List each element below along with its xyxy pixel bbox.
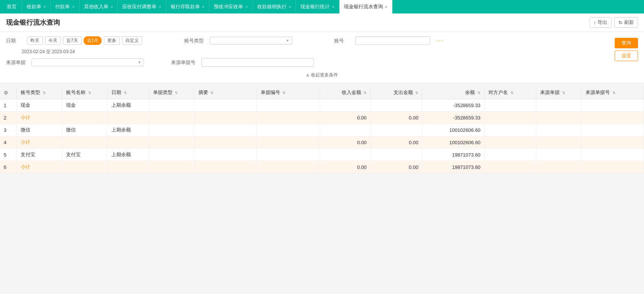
cell-account-name — [62, 112, 108, 124]
cell-account-type: 微信 — [17, 124, 62, 136]
collapse-bar[interactable]: ∧ 收起更多条件 — [6, 70, 638, 78]
cell-income: 0.00 — [319, 112, 371, 124]
col-gear[interactable]: ⚙ — [0, 86, 17, 99]
col-doc-type[interactable]: 单据类型 ⇅ — [149, 86, 194, 99]
date-btn-custom[interactable]: 自定义 — [122, 36, 142, 45]
cell-account-type: 现金 — [17, 99, 62, 112]
col-party[interactable]: 对方户名 ⇅ — [485, 86, 536, 99]
close-tab-4[interactable]: × — [202, 4, 204, 9]
cell-expense: 0.00 — [371, 112, 422, 124]
export-icon: ↑ — [594, 20, 596, 25]
nav-tab-2[interactable]: 其他收入单 × — [80, 0, 118, 13]
cell-balance: 100102606.60 — [422, 136, 485, 149]
close-tab-3[interactable]: × — [159, 4, 161, 9]
cell-src-doc — [536, 124, 582, 136]
close-tab-0[interactable]: × — [44, 4, 46, 9]
close-tab-1[interactable]: × — [72, 4, 74, 9]
close-tab-8[interactable]: × — [385, 4, 387, 9]
sort-expense-icon: ⇅ — [415, 91, 418, 95]
cell-income: 0.00 — [319, 161, 371, 173]
account-type-select[interactable]: ▾ — [210, 37, 292, 45]
cell-src-doc-no — [582, 149, 644, 161]
cell-num: 5 — [0, 149, 17, 161]
account-input[interactable] — [355, 36, 430, 45]
cell-doc-type — [149, 99, 194, 112]
cell-summary — [194, 124, 257, 136]
cell-src-doc-no — [582, 136, 644, 149]
col-src-doc[interactable]: 来源单据 ⇅ — [536, 86, 582, 99]
account-label: 账号 — [334, 37, 349, 44]
account-dots-button[interactable]: ··· — [436, 37, 443, 44]
cell-doc-no — [257, 161, 319, 173]
sort-summary-icon: ⇅ — [210, 91, 213, 95]
sort-income-icon: ⇅ — [363, 91, 366, 95]
cell-doc-type — [149, 124, 194, 136]
nav-tab-0[interactable]: 收款单 × — [22, 0, 51, 13]
nav-tab-4[interactable]: 银行存取款单 × — [166, 0, 209, 13]
cell-date — [108, 161, 149, 173]
source-doc-no-label: 来源单据号 — [171, 59, 195, 66]
nav-tab-1[interactable]: 付款单 × — [51, 0, 79, 13]
table-header-row: ⚙ 账号类型 ⇅ 账号名称 ⇅ 日期 ⇅ 单据类型 ⇅ 摘 — [0, 86, 644, 99]
cell-balance: -3528659.33 — [422, 112, 485, 124]
page-title: 现金银行流水查询 — [6, 18, 60, 27]
close-tab-7[interactable]: × — [332, 4, 334, 9]
refresh-icon: ↻ — [618, 20, 623, 25]
gear-icon[interactable]: ⚙ — [4, 90, 8, 96]
nav-tab-3[interactable]: 应收应付调整单 × — [118, 0, 166, 13]
cell-party — [485, 124, 536, 136]
cell-party — [485, 149, 536, 161]
date-btn-yesterday[interactable]: 昨天 — [27, 36, 43, 45]
source-doc-label: 来源单据 — [6, 59, 26, 66]
close-tab-2[interactable]: × — [111, 4, 113, 9]
col-src-doc-no[interactable]: 来源单据号 ⇅ — [582, 86, 644, 99]
nav-tab-7[interactable]: 现金银行统计 × — [296, 0, 339, 13]
cell-num: 3 — [0, 124, 17, 136]
cell-doc-no — [257, 149, 319, 161]
source-doc-no-input[interactable] — [201, 58, 314, 67]
col-expense[interactable]: 支出金额 ⇅ — [371, 86, 422, 99]
cell-account-type: 小计 — [17, 136, 62, 149]
cell-src-doc — [536, 136, 582, 149]
date-btn-more[interactable]: 更多 — [104, 36, 120, 45]
account-type-arrow-icon: ▾ — [287, 38, 289, 43]
source-doc-arrow-icon: ▾ — [138, 60, 141, 65]
table-row: 1 现金 现金 上期余额 -3528659.33 — [0, 99, 644, 112]
page-header: 现金银行流水查询 ↑ 导出 ↻ 刷新 — [0, 13, 644, 32]
cell-expense — [371, 124, 422, 136]
nav-home[interactable]: 首页 — [2, 0, 22, 13]
cell-party — [485, 112, 536, 124]
col-account-type[interactable]: 账号类型 ⇅ — [17, 86, 62, 99]
sort-doc-no-icon: ⇅ — [282, 91, 285, 95]
col-income[interactable]: 收入金额 ⇅ — [319, 86, 371, 99]
cell-date — [108, 136, 149, 149]
col-account-name[interactable]: 账号名称 ⇅ — [62, 86, 108, 99]
filter-row-2: 来源单据 ▾ 来源单据号 — [6, 58, 609, 67]
close-tab-5[interactable]: × — [245, 4, 248, 9]
nav-tab-5[interactable]: 预收冲应收单 × — [209, 0, 252, 13]
query-button[interactable]: 查询 — [615, 38, 638, 48]
col-date[interactable]: 日期 ⇅ — [108, 86, 149, 99]
export-button[interactable]: ↑ 导出 — [590, 17, 612, 28]
col-doc-no[interactable]: 单据编号 ⇅ — [257, 86, 319, 99]
date-btn-1month[interactable]: 近1月 — [84, 36, 102, 45]
refresh-button[interactable]: ↻ 刷新 — [614, 17, 638, 28]
cell-doc-no — [257, 124, 319, 136]
date-btn-7days[interactable]: 近7天 — [63, 36, 81, 45]
nav-tab-6[interactable]: 收款核销执行 × — [253, 0, 296, 13]
table-row: 2 小计 0.00 0.00 -3528659.33 — [0, 112, 644, 124]
collapse-up-icon: ∧ — [306, 73, 309, 78]
cell-date: 上期余额 — [108, 99, 149, 112]
col-summary[interactable]: 摘要 ⇅ — [194, 86, 257, 99]
close-tab-6[interactable]: × — [289, 4, 291, 9]
source-doc-select[interactable]: ▾ — [32, 58, 144, 66]
cell-num: 4 — [0, 136, 17, 149]
nav-tab-8[interactable]: 现金银行流水查询 × — [339, 0, 392, 13]
cell-doc-no — [257, 112, 319, 124]
cell-doc-no — [257, 99, 319, 112]
date-btn-today[interactable]: 今天 — [45, 36, 61, 45]
settings-button[interactable]: 设置 — [615, 51, 638, 61]
table-row: 6 小计 0.00 0.00 19871073.60 — [0, 161, 644, 173]
col-balance[interactable]: 余额 ⇅ — [422, 86, 485, 99]
sort-party-icon: ⇅ — [510, 91, 513, 95]
